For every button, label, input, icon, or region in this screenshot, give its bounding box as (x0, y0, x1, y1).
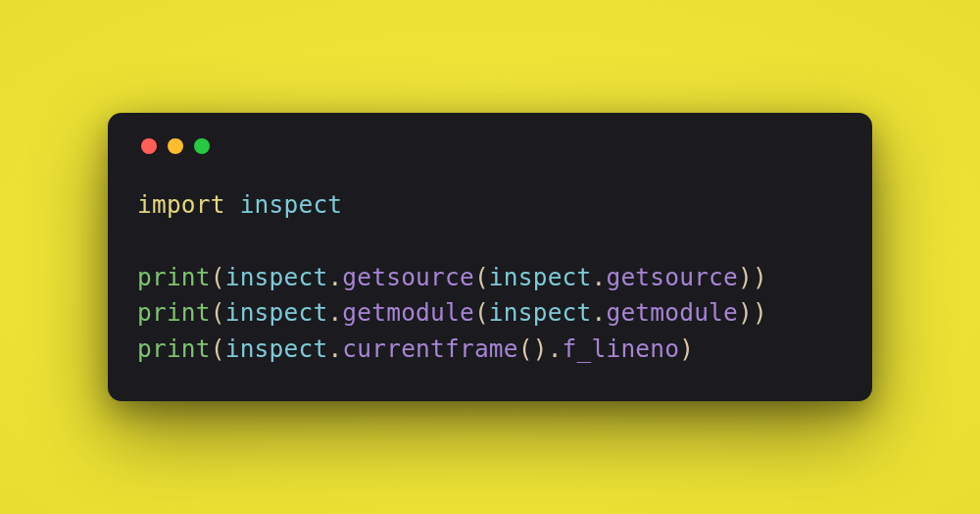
code-line: print(inspect.getsource(inspect.getsourc… (137, 260, 843, 296)
code-window: import inspectprint(inspect.getsource(in… (108, 113, 872, 401)
code-token: )) (738, 263, 767, 291)
code-line: import inspect (137, 187, 843, 224)
code-token: getsource (342, 263, 474, 291)
code-token: inspect (225, 298, 328, 327)
code-token: . (327, 263, 342, 291)
code-token: ( (211, 298, 225, 327)
code-token: f_lineno (563, 334, 680, 363)
code-token: ( (474, 298, 489, 327)
code-token: . (327, 298, 342, 327)
window-controls (141, 138, 843, 154)
code-token: print (137, 298, 211, 327)
code-block: import inspectprint(inspect.getsource(in… (137, 187, 843, 368)
code-token: . (327, 334, 342, 363)
code-token: ) (679, 334, 694, 363)
code-token: getmodule (342, 298, 474, 327)
code-token: ( (211, 263, 225, 291)
code-token: getsource (606, 263, 738, 291)
code-token: . (592, 298, 607, 327)
code-token: print (137, 263, 211, 291)
code-token: )) (738, 298, 767, 327)
code-token: getmodule (606, 298, 738, 327)
code-line: print(inspect.getmodule(inspect.getmodul… (137, 295, 843, 332)
code-token: ( (211, 334, 225, 363)
code-token: import (137, 190, 225, 219)
code-token: ( (474, 263, 489, 291)
code-line: print(inspect.currentframe().f_lineno) (137, 332, 843, 368)
code-token: inspect (489, 298, 592, 327)
code-line (137, 224, 843, 260)
code-token (225, 190, 240, 219)
close-icon[interactable] (141, 138, 157, 154)
code-token: (). (518, 334, 563, 363)
minimize-icon[interactable] (168, 138, 183, 154)
code-token: inspect (240, 190, 343, 219)
code-token: inspect (225, 263, 328, 291)
code-token: inspect (489, 263, 592, 291)
code-token: inspect (225, 334, 328, 363)
maximize-icon[interactable] (194, 138, 210, 154)
code-token: print (137, 334, 211, 363)
code-token: . (592, 263, 607, 291)
code-token: currentframe (342, 334, 517, 363)
